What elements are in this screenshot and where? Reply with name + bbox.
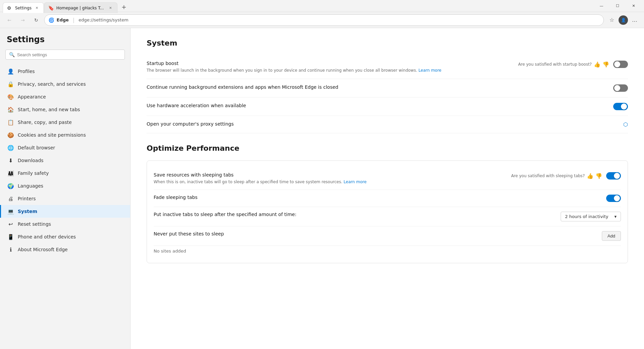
- never-sleep-controls: Add: [602, 231, 621, 241]
- sidebar-item-default-browser[interactable]: 🌐 Default browser: [0, 141, 130, 154]
- inactive-sleep-label: Put inactive tabs to sleep after the spe…: [154, 212, 553, 217]
- hardware-accel-toggle[interactable]: [613, 103, 628, 110]
- sidebar-item-appearance[interactable]: 🎨 Appearance: [0, 90, 130, 103]
- privacy-icon: 🔒: [8, 81, 14, 87]
- sidebar-item-appearance-label: Appearance: [18, 94, 46, 99]
- hardware-accel-row: Use hardware acceleration when available: [147, 97, 628, 116]
- sidebar-item-about[interactable]: ℹ About Microsoft Edge: [0, 243, 130, 256]
- startup-boost-label: Startup boost: [147, 61, 510, 66]
- ghacks-tab[interactable]: 🔖 Homepage | gHacks Technology ✕: [44, 2, 117, 13]
- titlebar: ⚙ Settings ✕ 🔖 Homepage | gHacks Technol…: [0, 0, 644, 12]
- no-sites-text: No sites added: [154, 246, 621, 256]
- startup-boost-row: Startup boost The browser will launch in…: [147, 55, 628, 79]
- sidebar-item-system[interactable]: 💻 System: [0, 205, 130, 218]
- sidebar-item-family-safety[interactable]: 👨‍👩‍👧 Family safety: [0, 167, 130, 180]
- proxy-settings-info: Open your computer's proxy settings: [147, 121, 615, 127]
- sleeping-tabs-feedback: Are you satisfied with sleeping tabs? 👍 …: [511, 173, 602, 179]
- settings-tab-title: Settings: [15, 6, 31, 10]
- sidebar-item-cookies[interactable]: 🍪 Cookies and site permissions: [0, 129, 130, 141]
- sleeping-tabs-feedback-text: Are you satisfied with sleeping tabs?: [511, 173, 585, 178]
- proxy-settings-row: Open your computer's proxy settings ⬡: [147, 116, 628, 133]
- proxy-settings-label: Open your computer's proxy settings: [147, 121, 615, 127]
- background-extensions-controls: [613, 84, 628, 92]
- search-box[interactable]: 🔍: [5, 50, 125, 60]
- favorites-icon[interactable]: ☆: [607, 15, 617, 25]
- sidebar-item-privacy[interactable]: 🔒 Privacy, search, and services: [0, 78, 130, 90]
- new-tab-button[interactable]: +: [119, 2, 129, 12]
- printers-icon: 🖨: [8, 196, 14, 202]
- sleeping-tabs-toggle-thumb: [614, 173, 620, 179]
- ghacks-tab-title: Homepage | gHacks Technology: [56, 6, 105, 10]
- maximize-button[interactable]: ☐: [610, 1, 625, 11]
- startup-boost-learn-more[interactable]: Learn more: [418, 68, 441, 73]
- startup-boost-toggle-thumb: [614, 61, 620, 67]
- sidebar-item-system-label: System: [18, 209, 37, 214]
- sidebar-item-about-label: About Microsoft Edge: [18, 247, 68, 252]
- optimize-performance-title: Optimize Performance: [147, 144, 628, 152]
- startup-boost-thumbup[interactable]: 👍: [594, 61, 600, 68]
- forward-button[interactable]: →: [17, 15, 28, 25]
- address-url[interactable]: edge://settings/system: [79, 17, 599, 22]
- sidebar-item-reset-label: Reset settings: [18, 221, 51, 227]
- sidebar-item-phone[interactable]: 📱 Phone and other devices: [0, 230, 130, 243]
- settings-tab-close[interactable]: ✕: [34, 5, 39, 11]
- sidebar-item-share-copy[interactable]: 📋 Share, copy, and paste: [0, 116, 130, 129]
- sidebar-item-cookies-label: Cookies and site permissions: [18, 132, 86, 138]
- back-button[interactable]: ←: [4, 15, 15, 25]
- phone-icon: 📱: [8, 234, 14, 240]
- minimize-button[interactable]: —: [594, 1, 609, 11]
- search-input[interactable]: [17, 52, 121, 57]
- toolbar-icons: ☆ 👤 …: [607, 15, 640, 25]
- sidebar-item-languages-label: Languages: [18, 183, 43, 189]
- startup-boost-info: Startup boost The browser will launch in…: [147, 61, 510, 73]
- sleeping-tabs-learn-more[interactable]: Learn more: [344, 180, 367, 184]
- refresh-button[interactable]: ↻: [31, 15, 42, 25]
- background-extensions-toggle[interactable]: [613, 84, 628, 92]
- settings-menu-icon[interactable]: …: [629, 15, 640, 25]
- appearance-icon: 🎨: [8, 94, 14, 100]
- inactive-sleep-controls: 2 hours of inactivity ▾: [561, 212, 621, 221]
- share-copy-icon: 📋: [8, 119, 14, 125]
- startup-boost-thumbdown[interactable]: 👎: [602, 61, 609, 68]
- sleeping-tabs-toggle[interactable]: [606, 172, 621, 180]
- settings-tab-icon: ⚙: [7, 5, 12, 11]
- sleeping-tabs-thumbdown[interactable]: 👎: [595, 173, 602, 179]
- close-button[interactable]: ✕: [626, 1, 641, 11]
- sidebar-item-downloads[interactable]: ⬇ Downloads: [0, 154, 130, 167]
- start-home-icon: 🏠: [8, 107, 14, 113]
- hardware-accel-toggle-thumb: [621, 103, 627, 110]
- hardware-accel-label: Use hardware acceleration when available: [147, 103, 605, 108]
- sidebar-item-reset[interactable]: ↩ Reset settings: [0, 218, 130, 230]
- sidebar-item-start-home[interactable]: 🏠 Start, home, and new tabs: [0, 103, 130, 116]
- sleeping-tabs-label: Save resources with sleeping tabs: [154, 172, 503, 178]
- background-extensions-toggle-thumb: [614, 85, 620, 91]
- startup-boost-feedback-text: Are you satisfied with startup boost?: [518, 62, 592, 67]
- sidebar-item-default-browser-label: Default browser: [18, 145, 55, 150]
- background-extensions-row: Continue running background extensions a…: [147, 79, 628, 97]
- add-site-button[interactable]: Add: [602, 231, 621, 241]
- about-icon: ℹ: [8, 247, 14, 253]
- settings-tab[interactable]: ⚙ Settings ✕: [3, 2, 44, 13]
- sidebar-item-printers[interactable]: 🖨 Printers: [0, 192, 130, 205]
- sleeping-tabs-row: Save resources with sleeping tabs When t…: [154, 167, 621, 190]
- sidebar-item-privacy-label: Privacy, search, and services: [18, 81, 86, 87]
- cookies-icon: 🍪: [8, 132, 14, 138]
- address-bar[interactable]: 🌀 Edge | edge://settings/system: [44, 14, 604, 26]
- sidebar-item-phone-label: Phone and other devices: [18, 234, 76, 239]
- sidebar-item-profiles[interactable]: 👤 Profiles: [0, 65, 130, 78]
- fade-sleeping-toggle[interactable]: [606, 195, 621, 202]
- sleeping-tabs-desc: When this is on, inactive tabs will go t…: [154, 179, 503, 185]
- browser-brand-label: Edge: [57, 17, 69, 22]
- inactive-sleep-dropdown-value: 2 hours of inactivity: [565, 214, 609, 219]
- sidebar-item-printers-label: Printers: [18, 196, 36, 201]
- startup-boost-toggle[interactable]: [613, 61, 628, 68]
- page-title: System: [147, 39, 628, 47]
- sleeping-tabs-thumbup[interactable]: 👍: [587, 173, 593, 179]
- sidebar-item-start-home-label: Start, home, and new tabs: [18, 107, 80, 112]
- proxy-external-link-icon[interactable]: ⬡: [623, 121, 628, 128]
- never-sleep-label: Never put these sites to sleep: [154, 231, 594, 236]
- sidebar-item-languages[interactable]: 🌍 Languages: [0, 180, 130, 192]
- profile-avatar[interactable]: 👤: [619, 15, 628, 25]
- ghacks-tab-close[interactable]: ✕: [108, 5, 113, 11]
- inactive-sleep-dropdown[interactable]: 2 hours of inactivity ▾: [561, 212, 621, 221]
